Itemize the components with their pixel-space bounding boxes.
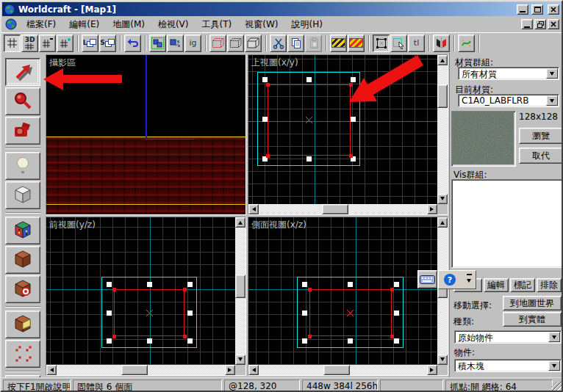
vertical-scrollbar[interactable] <box>235 217 245 365</box>
scroll-down-button[interactable] <box>235 355 245 365</box>
replace-button[interactable]: 取代 <box>519 148 563 164</box>
entity-tool-button[interactable] <box>5 152 40 180</box>
scroll-down-button[interactable] <box>437 355 448 365</box>
visgroup-mark-button[interactable]: 標記 <box>510 278 535 292</box>
mdi-window-icon[interactable] <box>5 18 17 30</box>
scroll-up-button[interactable] <box>437 217 448 228</box>
cordon-toggle-button[interactable] <box>348 35 365 52</box>
menu-view[interactable]: 檢視(V) <box>151 17 196 32</box>
selection-handle[interactable] <box>107 338 112 344</box>
selection-tool-button[interactable] <box>5 58 40 86</box>
selection-handle[interactable] <box>107 311 112 316</box>
move-to-world-button[interactable]: 到地圖世界 <box>503 296 562 311</box>
chevron-down-icon[interactable] <box>548 332 560 342</box>
menu-window[interactable]: 視窗(W) <box>238 17 284 32</box>
scroll-up-button[interactable] <box>437 55 448 65</box>
visgroup-exclude-button[interactable]: 排除 <box>537 278 562 292</box>
cut-button[interactable] <box>270 35 287 52</box>
mdi-minimize-button[interactable] <box>521 19 533 29</box>
resize-grip[interactable] <box>551 382 562 392</box>
selection-handle[interactable] <box>302 311 307 316</box>
camera-tool-button[interactable] <box>5 117 40 145</box>
selection-handle[interactable] <box>351 117 356 122</box>
minimize-button[interactable] <box>517 4 528 15</box>
category-select[interactable]: 原始物件 <box>454 330 562 344</box>
top-viewport-canvas[interactable]: 上視圖(x/y) <box>248 55 437 204</box>
magnify-tool-button[interactable] <box>5 87 40 115</box>
scroll-right-button[interactable] <box>427 365 437 375</box>
larger-grid-button[interactable] <box>57 35 73 52</box>
menu-map[interactable]: 地圖(M) <box>106 17 151 32</box>
selection-handle[interactable] <box>394 282 399 287</box>
menu-file[interactable]: 檔案(F) <box>20 17 62 32</box>
scroll-left-button[interactable] <box>248 204 259 214</box>
texture-group-select[interactable]: 所有材質 <box>458 67 559 80</box>
apply-current-texture-tool-button[interactable] <box>5 246 40 274</box>
selection-handle[interactable] <box>394 338 399 344</box>
load-window-state-button[interactable]: L <box>82 35 98 52</box>
ignore-groups-button[interactable]: ig <box>184 35 201 52</box>
palette-grip[interactable] <box>464 272 474 288</box>
scroll-right-button[interactable] <box>427 204 437 214</box>
selection-handle[interactable] <box>262 77 268 82</box>
selection-handle[interactable] <box>262 117 268 122</box>
help-icon[interactable]: ? <box>444 274 456 286</box>
selection-handle[interactable] <box>107 282 112 287</box>
selection-handle[interactable] <box>348 338 353 344</box>
scrollbar-thumb[interactable] <box>323 365 350 375</box>
hide-selected-button[interactable] <box>209 35 226 52</box>
copy-button[interactable] <box>287 35 304 52</box>
selection-handle[interactable] <box>351 77 356 82</box>
block-tool-button[interactable] <box>5 181 40 209</box>
chevron-down-icon[interactable] <box>546 68 558 79</box>
object-select[interactable]: 積木塊 <box>454 359 562 372</box>
selection-handle[interactable] <box>187 282 193 287</box>
scrollbar-thumb[interactable] <box>437 84 448 108</box>
vertical-scrollbar[interactable] <box>437 55 448 204</box>
mdi-restore-button[interactable] <box>534 19 546 29</box>
auto-select-button[interactable] <box>390 35 407 52</box>
save-window-state-button[interactable]: S <box>99 35 116 52</box>
hide-unselected-button[interactable] <box>227 35 244 52</box>
current-texture-select[interactable]: C1A0_LABFLRB <box>458 94 559 107</box>
vertex-tool-button[interactable] <box>5 340 40 368</box>
chevron-down-icon[interactable] <box>546 95 558 106</box>
visgroup-edit-button[interactable]: 編輯 <box>484 278 509 292</box>
scroll-left-button[interactable] <box>46 365 57 375</box>
show-hidden-button[interactable] <box>245 35 262 52</box>
maximize-button[interactable] <box>531 4 543 15</box>
3d-floor-brush[interactable] <box>46 137 245 214</box>
scroll-up-button[interactable] <box>235 217 245 228</box>
browse-button[interactable]: 瀏覽 <box>519 128 563 144</box>
selection-handle[interactable] <box>187 311 193 316</box>
cordon-bounds-button[interactable] <box>330 35 347 52</box>
toggle-3d-grid-button[interactable]: 3D <box>21 35 38 52</box>
scrollbar-thumb[interactable] <box>322 204 348 214</box>
selection-handle[interactable] <box>187 338 193 344</box>
horizontal-scrollbar[interactable] <box>46 365 235 375</box>
scroll-right-button[interactable] <box>225 365 235 375</box>
selection-handle[interactable] <box>348 282 353 287</box>
camera-viewport-canvas[interactable]: 攝影區 <box>46 55 245 214</box>
selection-handle[interactable] <box>306 156 312 161</box>
horizontal-scrollbar[interactable] <box>248 204 437 214</box>
smaller-grid-button[interactable] <box>39 35 56 52</box>
texture-application-mode-button[interactable] <box>458 35 475 52</box>
visgroup-list[interactable] <box>451 179 563 268</box>
flip-faces-button[interactable] <box>433 35 450 52</box>
mdi-close-button[interactable] <box>548 19 559 29</box>
menu-edit[interactable]: 編輯(E) <box>62 17 106 32</box>
selection-handle[interactable] <box>306 77 312 82</box>
scrollbar-thumb[interactable] <box>235 275 245 298</box>
clipping-tool-button[interactable] <box>5 311 40 338</box>
group-button[interactable] <box>149 35 166 52</box>
close-button[interactable] <box>548 4 559 15</box>
ungroup-button[interactable] <box>167 35 184 52</box>
selection-handle[interactable] <box>147 282 152 287</box>
vertical-scrollbar[interactable] <box>437 217 448 365</box>
scrollbar-thumb[interactable] <box>121 365 148 375</box>
selection-handle[interactable] <box>302 282 307 287</box>
keyboard-shortcuts-button[interactable] <box>417 270 437 288</box>
toggle-grid-button[interactable] <box>4 35 21 52</box>
scroll-left-button[interactable] <box>248 365 259 375</box>
